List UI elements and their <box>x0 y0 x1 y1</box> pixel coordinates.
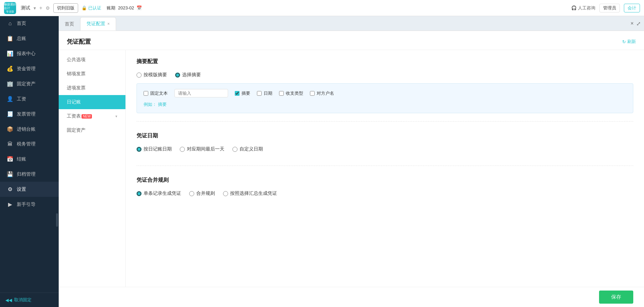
left-nav-item-purchase-invoice[interactable]: 进项发票 <box>59 81 125 95</box>
date-checkbox-label[interactable]: 日期 <box>257 90 272 96</box>
sidebar-item-guide[interactable]: ▶新手引导 <box>0 197 59 212</box>
tab-home[interactable]: 首页 <box>59 18 80 31</box>
role-label: 会计 <box>624 4 640 12</box>
select-merge-radio[interactable] <box>223 191 228 196</box>
sidebar-icon-assets: 🏢 <box>7 81 13 87</box>
sidebar-item-cashflow[interactable]: 💰资金管理 <box>0 61 59 76</box>
main-layout: ⌂首页📋总账📊报表中心💰资金管理🏢固定资产👤工资🧾发票管理📦进销台账🏛税务管理📅… <box>0 16 644 307</box>
summary-radio-group: 按模版摘要 选择摘要 <box>137 72 633 78</box>
sidebar-icon-ledger: 📋 <box>7 35 13 42</box>
help-btn[interactable]: 🎧 人工咨询 <box>571 5 595 11</box>
fixed-text-checkbox[interactable] <box>144 91 148 96</box>
custom-date-label[interactable]: 自定义日期 <box>232 146 263 152</box>
select-merge-label[interactable]: 按照选择汇总生成凭证 <box>223 190 277 196</box>
sidebar-label-ledger: 总账 <box>17 36 26 42</box>
sidebar-icon-tax: 🏛 <box>7 141 13 147</box>
income-type-checkbox-label[interactable]: 收支类型 <box>279 90 303 96</box>
left-nav-item-journal[interactable]: 日记账 <box>59 95 125 109</box>
sidebar-item-assets[interactable]: 🏢固定资产 <box>0 76 59 91</box>
pin-icon: ◀◀ <box>5 298 12 303</box>
chevron-icon: ▾ <box>115 114 117 119</box>
period-last-radio[interactable] <box>180 147 185 152</box>
fixed-text-label[interactable]: 固定文本 <box>144 90 168 96</box>
template-radio-label[interactable]: 按模版摘要 <box>137 72 167 78</box>
sidebar-label-invoice: 发票管理 <box>17 111 36 117</box>
sidebar-item-invoice[interactable]: 🧾发票管理 <box>0 106 59 122</box>
merge-radio-group: 单条记录生成凭证 合并规则 按照选择汇总生成凭证 <box>137 190 633 196</box>
add-icon[interactable]: + <box>39 5 42 11</box>
summary-box: 固定文本 摘要 日期 <box>137 83 633 113</box>
journal-date-label[interactable]: 按日记账日期 <box>137 146 172 152</box>
single-record-label[interactable]: 单条记录生成凭证 <box>137 190 181 196</box>
sidebar-item-close[interactable]: 📅结账 <box>0 151 59 167</box>
single-record-radio[interactable] <box>137 191 142 196</box>
counterpart-checkbox-label[interactable]: 对方户名 <box>310 90 334 96</box>
left-nav-item-fixed-assets[interactable]: 固定资产 <box>59 123 125 137</box>
sidebar-label-cashflow: 资金管理 <box>17 66 36 72</box>
summary-checkbox[interactable] <box>235 91 239 96</box>
sidebar-label-guide: 新手引导 <box>17 202 36 208</box>
topbar-right: 🎧 人工咨询 管理员 会计 <box>571 4 640 12</box>
merge-rule-radio[interactable] <box>189 191 194 196</box>
settings-icon[interactable]: ⚙ <box>46 5 50 11</box>
sidebar-label-home: 首页 <box>17 20 26 27</box>
tab-close-btn[interactable]: × <box>107 21 110 26</box>
left-nav-item-public[interactable]: 公共选项 <box>59 53 125 67</box>
summary-section: 摘要配置 按模版摘要 选择摘要 <box>137 58 633 122</box>
sidebar-label-close: 结账 <box>17 156 26 162</box>
left-nav-label-fixed-assets: 固定资产 <box>67 127 86 133</box>
company-name: 测试 <box>21 5 30 11</box>
fullscreen-btn[interactable]: ⤢ <box>636 20 641 27</box>
custom-date-radio[interactable] <box>232 147 237 152</box>
sidebar-item-home[interactable]: ⌂首页 <box>0 16 59 31</box>
sidebar-item-reports[interactable]: 📊报表中心 <box>0 46 59 61</box>
select-radio[interactable] <box>175 73 180 78</box>
headset-icon: 🎧 <box>571 5 577 10</box>
left-nav-item-salary-table[interactable]: 工资表 NEW ▾ <box>59 109 125 123</box>
page-header: 凭证配置 ↻ 刷新 <box>59 31 644 50</box>
dropdown-icon[interactable]: ▾ <box>34 5 36 11</box>
merge-rule-label[interactable]: 合并规则 <box>189 190 215 196</box>
left-nav: 公共选项销项发票进项发票日记账工资表 NEW ▾固定资产 <box>59 50 126 287</box>
date-checkbox[interactable] <box>257 91 262 96</box>
sidebar-icon-cashflow: 💰 <box>7 65 13 72</box>
sidebar: ⌂首页📋总账📊报表中心💰资金管理🏢固定资产👤工资🧾发票管理📦进销台账🏛税务管理📅… <box>0 16 59 307</box>
tab-home-label: 首页 <box>65 21 74 27</box>
shield-icon: 🔒 <box>82 5 87 10</box>
counterpart-checkbox[interactable] <box>310 91 315 96</box>
select-radio-label[interactable]: 选择摘要 <box>175 72 201 78</box>
summary-title: 摘要配置 <box>137 58 633 65</box>
sidebar-item-sales[interactable]: 📦进销台账 <box>0 122 59 137</box>
sidebar-item-settings[interactable]: ⚙设置 <box>0 182 59 197</box>
period-last-label[interactable]: 对应期间最后一天 <box>180 146 224 152</box>
income-type-checkbox[interactable] <box>279 91 284 96</box>
date-title: 凭证日期 <box>137 132 633 139</box>
sidebar-label-assets: 固定资产 <box>17 81 36 87</box>
template-radio[interactable] <box>137 73 142 78</box>
tab-voucher-config[interactable]: 凭证配置 × <box>80 17 116 31</box>
refresh-icon: ↻ <box>622 39 626 44</box>
fixed-text-input[interactable] <box>174 89 228 97</box>
switch-old-btn[interactable]: 切到旧版 <box>53 3 78 13</box>
summary-checkbox-label[interactable]: 摘要 <box>235 90 250 96</box>
merge-title: 凭证合并规则 <box>137 177 633 184</box>
left-nav-label-purchase-invoice: 进项发票 <box>67 85 86 90</box>
left-nav-label-sales-invoice: 销项发票 <box>67 71 86 76</box>
cancel-fixed-btn[interactable]: ◀◀ 取消固定 <box>0 293 59 307</box>
sidebar-icon-settings: ⚙ <box>7 186 13 192</box>
refresh-btn[interactable]: ↻ 刷新 <box>622 39 636 45</box>
sidebar-item-salary[interactable]: 👤工资 <box>0 91 59 106</box>
tabbar: 首页 凭证配置 × × ⤢ <box>59 16 644 31</box>
topbar: 畅捷通好会计 专业版 测试 ▾ + ⚙ 切到旧版 🔒 已认证 账期 2023-0… <box>0 0 644 16</box>
new-badge: NEW <box>82 114 92 119</box>
sidebar-label-tax: 税务管理 <box>17 141 36 147</box>
close-all-btn[interactable]: × <box>631 20 634 27</box>
save-button[interactable]: 保存 <box>599 291 633 304</box>
journal-date-radio[interactable] <box>137 147 142 152</box>
period-label: 账期 2023-02 📅 <box>107 5 142 11</box>
sidebar-item-tax[interactable]: 🏛税务管理 <box>0 137 59 151</box>
sidebar-item-ledger[interactable]: 📋总账 <box>0 31 59 46</box>
sidebar-item-archive[interactable]: 💾归档管理 <box>0 167 59 182</box>
left-nav-item-sales-invoice[interactable]: 销项发票 <box>59 67 125 81</box>
sidebar-icon-guide: ▶ <box>7 201 13 208</box>
